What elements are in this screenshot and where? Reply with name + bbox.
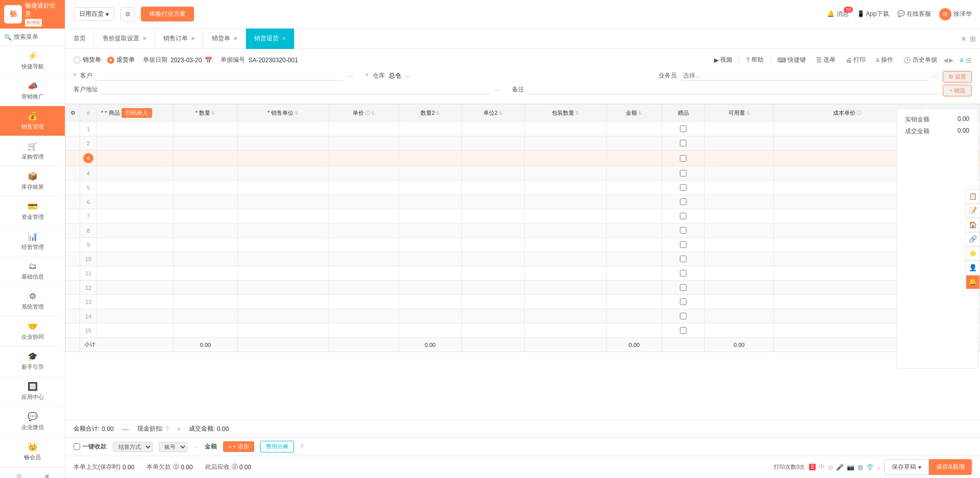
experience-button[interactable]: 体验行业方案	[141, 7, 194, 21]
row-gift-cell[interactable]	[662, 238, 705, 252]
next-icon[interactable]: ▶	[949, 57, 953, 64]
row-unit-cell[interactable]	[237, 209, 329, 223]
row-price-cell[interactable]	[329, 266, 399, 281]
row-unit2-cell[interactable]	[461, 281, 524, 295]
grid-view-icon[interactable]: ⊞	[966, 56, 972, 64]
row-price-cell[interactable]	[329, 323, 399, 338]
logistics-button[interactable]: + 物流	[943, 85, 972, 96]
qty-sort-icon[interactable]: ⇅	[211, 111, 215, 116]
gift-checkbox[interactable]	[680, 256, 687, 262]
row-unit-cell[interactable]	[237, 166, 329, 181]
gift-checkbox[interactable]	[680, 184, 687, 191]
tab-close-price-setting[interactable]: ✕	[142, 36, 146, 41]
row-qty-cell[interactable]	[174, 252, 238, 266]
sidebar-item-member[interactable]: 👑 畅会员	[0, 437, 65, 467]
row-pkg-cell[interactable]	[524, 181, 606, 195]
gift-checkbox[interactable]	[680, 125, 687, 132]
sidebar-item-sales[interactable]: 💰 销售管理	[0, 106, 65, 136]
radio-return[interactable]: 退货单	[107, 56, 135, 64]
row-gift-cell[interactable]	[662, 166, 705, 181]
row-unit2-cell[interactable]	[461, 150, 524, 166]
row-available-cell[interactable]	[705, 266, 774, 281]
gift-checkbox[interactable]	[680, 140, 687, 146]
col-gear[interactable]: ⚙	[66, 105, 80, 122]
row-qty2-cell[interactable]	[399, 166, 461, 181]
prev-icon[interactable]: ◀	[943, 57, 948, 64]
tab-home[interactable]: 首页	[65, 29, 94, 49]
calendar-icon[interactable]: 📅	[205, 57, 212, 64]
sidebar-item-finance[interactable]: 💳 资金管理	[0, 196, 65, 227]
row-unit-cell[interactable]	[237, 238, 329, 252]
row-qty2-cell[interactable]	[399, 136, 461, 150]
warehouse-picker[interactable]: ···	[405, 72, 411, 80]
row-qty2-cell[interactable]	[399, 295, 461, 309]
row-amount-cell[interactable]	[606, 309, 662, 323]
row-unit-cell[interactable]	[237, 266, 329, 281]
radio-delivery[interactable]: 销货单	[74, 56, 101, 64]
row-qty-cell[interactable]	[174, 150, 238, 166]
tab-expand-button[interactable]: ⊞	[970, 35, 976, 43]
gift-checkbox[interactable]	[680, 327, 687, 334]
payment-help-icon[interactable]: ?	[300, 443, 304, 450]
app-download-button[interactable]: 📱 App下载	[857, 10, 889, 18]
amount-sort-icon[interactable]: ⇅	[638, 111, 642, 116]
gift-checkbox[interactable]	[680, 284, 687, 291]
edge-btn-6[interactable]: 👤	[966, 261, 980, 275]
row-unit-cell[interactable]	[237, 122, 329, 136]
one-click-payment[interactable]: 一键收款	[74, 442, 107, 451]
row-available-cell[interactable]	[705, 166, 774, 181]
row-pkg-cell[interactable]	[524, 281, 606, 295]
row-unit2-cell[interactable]	[461, 323, 524, 338]
row-qty2-cell[interactable]	[399, 281, 461, 295]
row-amount-cell[interactable]	[606, 136, 662, 150]
row-pkg-cell[interactable]	[524, 266, 606, 281]
discount-help-icon[interactable]: ?	[165, 425, 169, 433]
row-unit-cell[interactable]	[237, 252, 329, 266]
row-price-cell[interactable]	[329, 252, 399, 266]
row-price-cell[interactable]	[329, 166, 399, 181]
salesperson-input[interactable]	[681, 71, 928, 81]
row-price-cell[interactable]	[329, 209, 399, 223]
user-avatar[interactable]: 徐 徐泽华	[939, 8, 972, 20]
account-picker[interactable]: ···	[193, 443, 199, 450]
row-qty2-cell[interactable]	[399, 223, 461, 238]
row-qty-cell[interactable]	[174, 181, 238, 195]
shortcut-button[interactable]: ⌨ 快捷键	[773, 54, 810, 66]
row-amount-cell[interactable]	[606, 181, 662, 195]
row-available-cell[interactable]	[705, 195, 774, 209]
one-click-checkbox[interactable]	[74, 443, 80, 450]
address-picker[interactable]: ···	[494, 86, 500, 94]
sidebar-item-inventory[interactable]: 📦 库存核算	[0, 166, 65, 196]
price-info-icon[interactable]: ⓘ	[365, 110, 370, 116]
row-available-cell[interactable]	[705, 136, 774, 150]
price-sort-icon[interactable]: ⇅	[371, 111, 375, 116]
row-unit2-cell[interactable]	[461, 136, 524, 150]
row-pkg-cell[interactable]	[524, 238, 606, 252]
row-qty2-cell[interactable]	[399, 195, 461, 209]
online-service-button[interactable]: 💬 在线客服	[897, 10, 931, 18]
row-unit-cell[interactable]	[237, 195, 329, 209]
row-amount-cell[interactable]	[606, 150, 662, 166]
row-pkg-cell[interactable]	[524, 323, 606, 338]
help-button[interactable]: ? 帮助	[742, 54, 768, 66]
row-product-cell[interactable]	[97, 323, 174, 338]
row-pkg-cell[interactable]	[524, 136, 606, 150]
row-product-cell[interactable]	[97, 209, 174, 223]
row-qty-cell[interactable]	[174, 309, 238, 323]
address-input[interactable]	[102, 85, 490, 94]
row-pkg-cell[interactable]	[524, 122, 606, 136]
row-gift-cell[interactable]	[662, 252, 705, 266]
split-button[interactable]: 费用分摊	[260, 441, 294, 452]
operate-button[interactable]: ≡ 操作	[872, 54, 897, 66]
row-gift-cell[interactable]	[662, 223, 705, 238]
row-qty-cell[interactable]	[174, 166, 238, 181]
row-product-cell[interactable]	[97, 181, 174, 195]
customer-picker[interactable]: ···	[348, 72, 354, 80]
row-qty2-cell[interactable]	[399, 181, 461, 195]
account-select[interactable]: 账号	[159, 442, 187, 452]
row-available-cell[interactable]	[705, 223, 774, 238]
row-gift-cell[interactable]	[662, 181, 705, 195]
row-available-cell[interactable]	[705, 281, 774, 295]
row-amount-cell[interactable]	[606, 122, 662, 136]
row-unit2-cell[interactable]	[461, 252, 524, 266]
